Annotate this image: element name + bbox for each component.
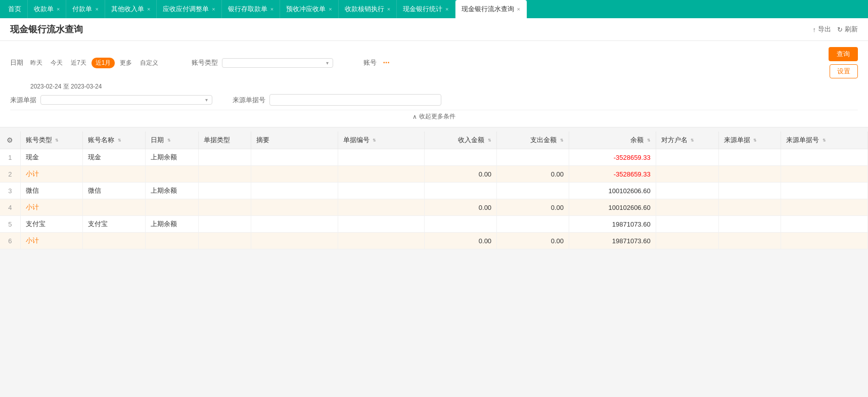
- sort-icon-account-type[interactable]: ⇅: [55, 139, 59, 143]
- source-doc-filter: 来源单据 ▾: [10, 95, 212, 105]
- table-cell: [198, 183, 251, 199]
- table-cell: 现金: [83, 149, 146, 166]
- nav-tab-receipt-verify[interactable]: 收款核销执行 ×: [339, 0, 397, 18]
- nav-tab-home[interactable]: 首页: [2, 0, 28, 18]
- table-cell: [497, 216, 569, 233]
- table-cell: -3528659.33: [569, 149, 656, 166]
- date-btn-yesterday[interactable]: 昨天: [27, 58, 45, 68]
- advance-receipt-tab-close[interactable]: ×: [329, 6, 332, 12]
- table-cell: 0.00: [497, 166, 569, 183]
- table-cell: [83, 199, 146, 216]
- col-account-type-label: 账号类型: [26, 136, 52, 144]
- ar-ap-adj-tab-close[interactable]: ×: [212, 6, 215, 12]
- sort-icon-counterparty[interactable]: ⇅: [691, 139, 694, 143]
- source-doc-select[interactable]: ▾: [40, 95, 212, 105]
- nav-tab-advance-receipt[interactable]: 预收冲应收单 ×: [280, 0, 338, 18]
- table-cell: [83, 166, 146, 183]
- table-cell: [251, 183, 338, 199]
- query-button[interactable]: 查询: [829, 47, 858, 61]
- other-income-tab-label: 其他收入单: [111, 5, 144, 14]
- table-cell: [146, 166, 198, 183]
- top-navigation: 首页 收款单 × 付款单 × 其他收入单 × 应收应付调整单 × 银行存取款单 …: [0, 0, 868, 18]
- sort-icon-account-name[interactable]: ⇅: [118, 139, 121, 143]
- payment-tab-close[interactable]: ×: [95, 6, 98, 12]
- sort-icon-doc-no[interactable]: ⇅: [373, 139, 376, 143]
- table-cell: [497, 183, 569, 199]
- sort-icon-date[interactable]: ⇅: [167, 139, 171, 143]
- receipt-verify-tab-close[interactable]: ×: [387, 6, 390, 12]
- date-btn-today[interactable]: 今天: [48, 58, 66, 68]
- table-cell: 6: [0, 233, 20, 249]
- col-balance: 余额 ⇅: [569, 131, 656, 149]
- table-cell: [338, 216, 425, 233]
- table-cell: [83, 233, 146, 249]
- refresh-button[interactable]: ↻ 刷新: [837, 25, 858, 34]
- nav-tab-cash-flow-query[interactable]: 现金银行流水查询 ×: [455, 0, 527, 18]
- sort-icon-source-doc[interactable]: ⇅: [753, 139, 757, 143]
- data-table: ⚙ 账号类型 ⇅ 账号名称 ⇅ 日期 ⇅ 单据类型 摘要: [0, 131, 868, 249]
- gear-icon[interactable]: ⚙: [7, 136, 13, 144]
- cash-bank-stat-tab-close[interactable]: ×: [445, 6, 448, 12]
- table-cell: [718, 233, 781, 249]
- payment-tab-label: 付款单: [72, 5, 92, 14]
- nav-tab-receipt[interactable]: 收款单 ×: [28, 0, 66, 18]
- collapse-up-icon: ∧: [413, 113, 417, 120]
- filter-row-2: 来源单据 ▾ 来源单据号: [10, 94, 858, 106]
- col-doc-type-label: 单据类型: [204, 136, 230, 144]
- receipt-tab-close[interactable]: ×: [57, 6, 60, 12]
- table-cell: [198, 233, 251, 249]
- account-type-select[interactable]: ▾: [222, 58, 333, 68]
- date-btn-custom[interactable]: 自定义: [137, 58, 161, 68]
- table-cell: [781, 233, 868, 249]
- date-btn-7days[interactable]: 近7天: [68, 58, 89, 68]
- table-row: 4小计0.000.00100102606.60: [0, 199, 868, 216]
- nav-tab-payment[interactable]: 付款单 ×: [66, 0, 105, 18]
- col-counterparty-label: 对方户名: [661, 136, 688, 144]
- table-cell: 100102606.60: [569, 183, 656, 199]
- table-cell: 微信: [83, 183, 146, 199]
- nav-tab-bank-deposit[interactable]: 银行存取款单 ×: [222, 0, 280, 18]
- table-cell: 0.00: [497, 199, 569, 216]
- sort-icon-income[interactable]: ⇅: [488, 139, 491, 143]
- table-cell: [718, 199, 781, 216]
- col-summary-label: 摘要: [256, 136, 269, 144]
- sort-icon-source-doc-no[interactable]: ⇅: [823, 139, 826, 143]
- col-source-doc-label: 来源单据: [724, 136, 750, 144]
- settings-button[interactable]: 设置: [830, 64, 858, 78]
- table-cell: [251, 149, 338, 166]
- bank-deposit-tab-close[interactable]: ×: [270, 6, 273, 12]
- table-cell: [338, 149, 425, 166]
- chevron-down-icon: ▾: [326, 60, 329, 66]
- cash-flow-query-tab-close[interactable]: ×: [517, 6, 520, 12]
- collapse-button[interactable]: ∧ 收起更多条件: [10, 110, 858, 123]
- account-type-label: 账号类型: [192, 58, 218, 67]
- nav-tab-ar-ap-adj[interactable]: 应收应付调整单 ×: [157, 0, 221, 18]
- other-income-tab-close[interactable]: ×: [147, 6, 150, 12]
- source-doc-no-input[interactable]: [269, 94, 441, 106]
- table-cell: [656, 233, 718, 249]
- col-expense: 支出金额 ⇅: [497, 131, 569, 149]
- table-cell: [781, 216, 868, 233]
- date-btn-1month[interactable]: 近1月: [92, 58, 115, 68]
- table-cell: [781, 183, 868, 199]
- col-source-doc-no: 来源单据号 ⇅: [781, 131, 868, 149]
- filter-row-1: 日期 昨天 今天 近7天 近1月 更多 自定义 账号类型 ▾ 账号 ···: [10, 47, 858, 78]
- table-cell: 19871073.60: [569, 216, 656, 233]
- table-cell: 小计: [20, 233, 83, 249]
- col-doc-no: 单据编号 ⇅: [338, 131, 425, 149]
- export-button[interactable]: ↑ 导出: [813, 25, 832, 34]
- source-doc-label: 来源单据: [10, 96, 36, 105]
- nav-tab-cash-bank-stat[interactable]: 现金银行统计 ×: [397, 0, 455, 18]
- table-cell: 上期余额: [146, 216, 198, 233]
- table-cell: 19871073.60: [569, 233, 656, 249]
- nav-tab-other-income[interactable]: 其他收入单 ×: [105, 0, 157, 18]
- sort-icon-expense[interactable]: ⇅: [560, 139, 564, 143]
- table-cell: [656, 183, 718, 199]
- account-dots-button[interactable]: ···: [381, 58, 391, 67]
- table-cell: [718, 183, 781, 199]
- date-btn-more[interactable]: 更多: [117, 58, 135, 68]
- table-cell: [198, 216, 251, 233]
- col-counterparty: 对方户名 ⇅: [656, 131, 718, 149]
- sort-icon-balance[interactable]: ⇅: [647, 139, 651, 143]
- refresh-icon: ↻: [837, 26, 843, 33]
